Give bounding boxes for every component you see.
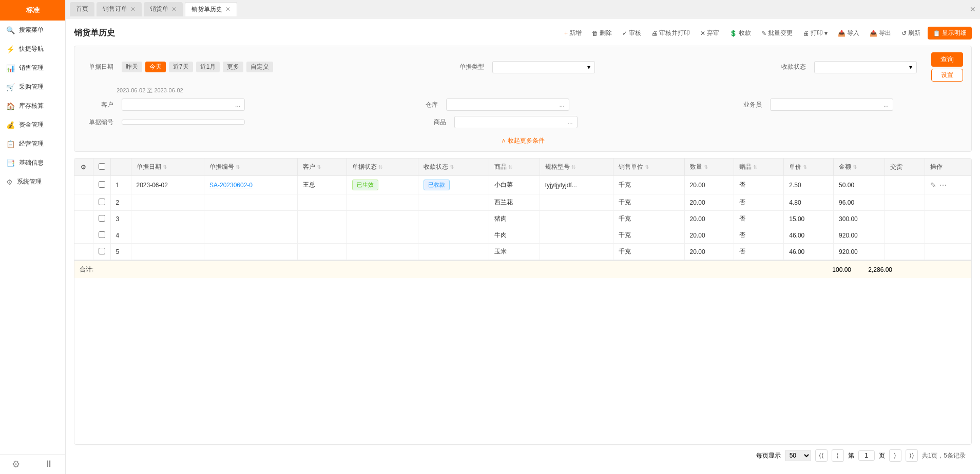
col-doc-status[interactable]: 单据状态⇅ [347,159,418,176]
batch-change-button[interactable]: ✎ 批量变更 [758,27,796,39]
salesperson-ellipsis[interactable]: ... [883,101,889,108]
batch-change-icon: ✎ [761,30,766,37]
collect-status-filter-label: 收款状态 [775,63,806,71]
date-tag-custom[interactable]: 自定义 [246,62,273,72]
row-doc-no: SA-20230602-0 [204,176,297,194]
sidebar-item-quick-nav[interactable]: ⚡ 快捷导航 [0,40,65,58]
row-checkbox[interactable] [99,248,105,254]
sidebar-collapse-icon[interactable]: ⏸ [44,459,53,470]
per-page-select[interactable]: 50 100 200 [785,450,811,461]
sidebar-item-sales-mgmt[interactable]: 📊 销售管理 [0,58,65,77]
print-button[interactable]: 🖨 打印 ▾ [800,27,831,39]
date-tag-today[interactable]: 今天 [145,62,166,72]
audit-button[interactable]: ✓ 审核 [619,27,644,39]
abandon-button[interactable]: ✕ 弃审 [697,27,722,39]
date-tag-1month[interactable]: 近1月 [196,62,220,72]
select-all-checkbox[interactable] [99,163,105,170]
date-tag-7days[interactable]: 近7天 [169,62,193,72]
audit-icon: ✓ [622,30,627,37]
col-goods[interactable]: 商品⇅ [489,159,540,176]
row-checkbox[interactable] [99,199,105,205]
settings-button[interactable]: 设置 [931,69,963,82]
sidebar-item-basic-info[interactable]: 📑 基础信息 [0,153,65,172]
row-checkbox[interactable] [99,231,105,238]
import-button[interactable]: 📥 导入 [835,27,862,39]
goods-ellipsis[interactable]: ... [568,118,573,126]
row-customer [297,211,347,227]
doc-type-filter-select[interactable]: ▾ [492,61,595,73]
tab-sales-order[interactable]: 销售订单 ✕ [97,2,142,16]
date-tag-more[interactable]: 更多 [223,62,243,72]
row-trade [885,194,925,211]
delete-button[interactable]: 🗑 删除 [589,27,615,39]
col-spec[interactable]: 规格型号⇅ [540,159,613,176]
sidebar-item-search-menu[interactable]: 🔍 搜索菜单 [0,21,65,40]
show-detail-button[interactable]: 📋 显示明细 [928,27,972,40]
col-doc-no[interactable]: 单据编号⇅ [204,159,297,176]
col-unit[interactable]: 销售单位⇅ [613,159,684,176]
new-button[interactable]: + 新增 [561,27,585,39]
goods-filter-input[interactable]: ... [454,116,578,128]
sort-customer-icon: ⇅ [317,164,321,170]
warehouse-filter-input[interactable]: ... [446,98,569,111]
col-no [110,159,131,176]
row-price: 4.80 [784,194,834,211]
warehouse-ellipsis[interactable]: ... [559,101,564,108]
purchase-icon: 🛒 [6,83,15,91]
audit-print-button[interactable]: 🖨 审核并打印 [648,27,693,39]
filter-area: 单据日期 昨天 今天 近7天 近1月 更多 自定义 单据类型 ▾ 收款状态 [74,46,972,152]
sidebar-item-inventory-calc[interactable]: 🏠 库存核算 [0,96,65,115]
row-checkbox[interactable] [99,215,105,222]
col-customer[interactable]: 客户⇅ [297,159,347,176]
row-gift: 否 [734,211,784,227]
col-qty[interactable]: 数量⇅ [684,159,734,176]
col-date[interactable]: 单据日期⇅ [131,159,204,176]
abandon-icon: ✕ [700,30,705,37]
sidebar-item-system-mgmt[interactable]: ⚙ 系统管理 [0,172,65,191]
customer-ellipsis[interactable]: ... [235,101,240,108]
tab-home[interactable]: 首页 [70,2,94,16]
per-page-label: 每页显示 [756,451,781,460]
salesperson-filter-input[interactable]: ... [770,98,893,111]
sidebar-settings-icon[interactable]: ⚙ [12,459,20,470]
row-checkbox[interactable] [99,181,105,188]
tab-sales-history[interactable]: 销货单历史 ✕ [185,2,237,16]
col-amount[interactable]: 金额⇅ [834,159,885,176]
prev-page-btn[interactable]: ⟨ [832,449,844,462]
collect-button[interactable]: 💲 收款 [726,27,754,39]
row-action [925,211,971,227]
more-icon[interactable]: ⋯ [939,181,947,189]
col-price[interactable]: 单价⇅ [784,159,834,176]
tab-sales-history-close[interactable]: ✕ [225,6,230,13]
refresh-button[interactable]: ↺ 刷新 [898,27,924,39]
query-button[interactable]: 查询 [931,52,963,67]
sidebar-item-purchase-mgmt[interactable]: 🛒 采购管理 [0,77,65,96]
row-gift: 否 [734,244,784,260]
collapse-filter-btn[interactable]: ∧ 收起更多条件 [83,133,963,145]
collect-status-filter-select[interactable]: ▾ [814,61,917,73]
doc-no-filter-input[interactable] [122,120,245,125]
edit-icon[interactable]: ✎ [930,181,936,189]
export-button[interactable]: 📤 导出 [867,27,894,39]
tab-sales-goods[interactable]: 销货单 ✕ [144,2,183,16]
tab-sales-goods-close[interactable]: ✕ [171,6,177,13]
sales-icon: 📊 [6,64,15,72]
window-close-icon[interactable]: ✕ [970,5,976,13]
customer-filter-input[interactable]: ... [122,98,245,111]
doc-no-link[interactable]: SA-20230602-0 [209,182,253,189]
col-gift[interactable]: 赠品⇅ [734,159,784,176]
row-trade [885,244,925,260]
sidebar-item-finance-mgmt[interactable]: 💰 资金管理 [0,115,65,134]
sidebar-item-operation-mgmt[interactable]: 📋 经营管理 [0,134,65,153]
col-collect-status[interactable]: 收款状态⇅ [418,159,489,176]
last-page-btn[interactable]: ⟩⟩ [906,449,918,462]
col-settings[interactable]: ⚙ [74,159,93,176]
pagination: 每页显示 50 100 200 ⟨⟨ ⟨ 第 页 ⟩ ⟩⟩ 共1页，5条记录 [74,445,972,466]
next-page-btn[interactable]: ⟩ [889,449,901,462]
tab-sales-order-close[interactable]: ✕ [130,6,136,13]
page-number-input[interactable] [858,450,875,461]
col-checkbox[interactable] [93,159,110,176]
date-tag-yesterday[interactable]: 昨天 [122,62,142,72]
row-goods: 西兰花 [489,194,540,211]
first-page-btn[interactable]: ⟨⟨ [815,449,828,462]
